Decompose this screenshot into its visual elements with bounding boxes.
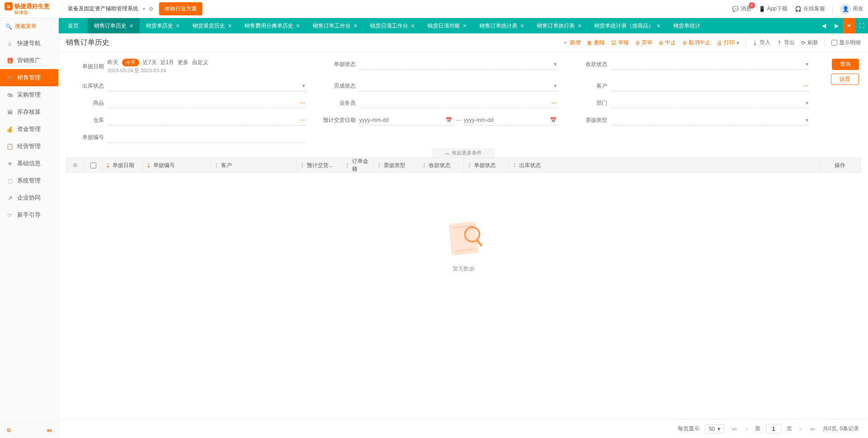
sidebar-item-inventory[interactable]: 🏛库存核算 xyxy=(0,103,58,121)
close-icon[interactable]: ✕ xyxy=(463,23,467,29)
close-icon[interactable]: ✕ xyxy=(129,23,133,29)
tab-sales-order-exec[interactable]: 销售订单执行表✕ xyxy=(530,18,588,33)
select-all[interactable] xyxy=(84,158,103,172)
tab-sales-cost-history[interactable]: 销售费用分摊单历史✕ xyxy=(238,18,306,33)
close-icon[interactable]: ✕ xyxy=(228,23,232,29)
tabs-close-all[interactable]: ✕ xyxy=(843,18,855,33)
export-button[interactable]: ⭱导出 xyxy=(777,39,795,47)
close-icon[interactable]: ✕ xyxy=(577,23,582,29)
col-customer[interactable]: ▲▼客户 xyxy=(211,158,297,172)
est-date-to-input[interactable] xyxy=(464,117,558,123)
import-button[interactable]: ⭳导入 xyxy=(752,39,770,47)
tabs-scroll-right[interactable]: ▶ xyxy=(830,18,843,33)
col-amount[interactable]: ▲▼订单金额 xyxy=(342,158,374,172)
user-menu[interactable]: 👤 用友 xyxy=(840,4,863,14)
sidebar-item-purchase[interactable]: 🛍采购管理 xyxy=(0,86,58,103)
tab-daily-clear-recon[interactable]: 钱货日清对账✕ xyxy=(421,18,473,33)
receipt-status-select[interactable]: ▾ xyxy=(611,59,809,70)
settings-icon[interactable]: ⚙ xyxy=(6,427,11,433)
app-download-button[interactable]: 📱 App下载 xyxy=(759,5,788,13)
shortcut-1m[interactable]: 近1月 xyxy=(160,59,174,66)
sidebar-item-funds[interactable]: 💰资金管理 xyxy=(0,121,58,138)
query-button[interactable]: 查询 xyxy=(832,59,859,70)
select-all-checkbox[interactable] xyxy=(90,163,96,168)
industry-button[interactable]: 体验行业方案 xyxy=(159,2,202,15)
prev-page-button[interactable]: ‹ xyxy=(744,426,750,432)
doc-code-input[interactable] xyxy=(108,134,306,140)
delete-button[interactable]: 🗑删除 xyxy=(587,39,605,47)
gear-icon[interactable]: ⚙ xyxy=(149,6,154,12)
collapse-filters-button[interactable]: ︽ 收起更多条件 xyxy=(432,148,495,158)
show-detail-checkbox[interactable] xyxy=(831,40,837,46)
est-date-from-input[interactable] xyxy=(359,117,453,123)
shortcut-more[interactable]: 更多 xyxy=(178,59,188,66)
close-icon[interactable]: ✕ xyxy=(411,23,415,29)
tab-sales-order-stats[interactable]: 销售订单统计表✕ xyxy=(473,18,530,33)
sidebar-item-collab[interactable]: ↗企业协同 xyxy=(0,189,58,206)
doc-status-select[interactable]: ▾ xyxy=(359,59,558,70)
close-icon[interactable]: ✕ xyxy=(657,23,661,29)
close-icon[interactable]: ✕ xyxy=(296,23,300,29)
sidebar-item-ops[interactable]: 📋经营管理 xyxy=(0,138,58,155)
add-button[interactable]: ＋新增 xyxy=(563,39,581,47)
doc-code-input-wrap[interactable] xyxy=(108,132,306,143)
collapse-sidebar-icon[interactable]: ⏮ xyxy=(47,427,52,433)
close-icon[interactable]: ✕ xyxy=(353,23,357,29)
col-ticket-type[interactable]: ▲▼票据类型 xyxy=(374,158,419,172)
shortcut-today[interactable]: 今天 xyxy=(122,59,139,66)
col-out-status[interactable]: ▲▼出库状态 xyxy=(509,158,820,172)
next-page-button[interactable]: › xyxy=(798,426,803,432)
unsuspend-button[interactable]: ⊘取消中止 xyxy=(682,39,710,47)
est-date-from[interactable]: 📅 xyxy=(359,115,453,126)
per-page-select[interactable]: 50▾ xyxy=(705,424,724,433)
suspend-button[interactable]: ⊘中止 xyxy=(659,39,676,47)
abandon-button[interactable]: ⊘弃审 xyxy=(635,39,652,47)
col-receipt-status[interactable]: ▲▼收款状态 xyxy=(419,158,464,172)
dept-select[interactable]: ▾ xyxy=(611,98,809,108)
shortcut-7d[interactable]: 近7天 xyxy=(143,59,157,66)
col-date[interactable]: ▲▼单据日期 xyxy=(103,158,143,172)
goods-picker[interactable]: ⋯ xyxy=(108,98,306,108)
shortcut-yesterday[interactable]: 昨天 xyxy=(108,59,118,66)
est-date-to[interactable]: 📅 xyxy=(464,115,558,126)
sidebar-item-system[interactable]: ◌系统管理 xyxy=(0,172,58,189)
tab-sales-order-history[interactable]: 销售订单历史✕ xyxy=(88,18,140,33)
page-input[interactable] xyxy=(766,424,781,433)
settings-button[interactable]: 设置 xyxy=(831,74,859,85)
support-button[interactable]: 🎧 在线客服 xyxy=(795,5,825,13)
tab-sales-return-history[interactable]: 销货退货历史✕ xyxy=(186,18,238,33)
out-status-select[interactable]: ▾ xyxy=(108,80,306,91)
finish-status-select[interactable]: ▾ xyxy=(359,80,558,91)
salesman-picker[interactable]: ⋯ xyxy=(359,98,558,108)
sidebar-item-quicknav[interactable]: ⌂快捷导航 xyxy=(0,35,58,52)
tab-sales-invoice-history[interactable]: 销货单历史✕ xyxy=(140,18,186,33)
system-selector[interactable]: 装备及固定资产辅助管理系统 ▾ xyxy=(68,5,145,13)
tab-daily-clear-workbench[interactable]: 钱货日清工作台✕ xyxy=(364,18,421,33)
sidebar-item-marketing[interactable]: 🎁营销推广 xyxy=(0,52,58,69)
sidebar-search[interactable]: 🔍 搜索菜单 xyxy=(0,18,58,35)
ticket-type-select[interactable]: ▾ xyxy=(611,115,809,126)
tab-sales-invoice-stats-goods[interactable]: 销货单统计表（按商品）✕ xyxy=(588,18,667,33)
warehouse-picker[interactable]: ⋯ xyxy=(108,115,306,126)
first-page-button[interactable]: ⏮ xyxy=(730,426,739,432)
close-icon[interactable]: ✕ xyxy=(520,23,524,29)
tab-home[interactable]: 首页 xyxy=(59,18,88,33)
print-button[interactable]: 🖨打印▾ xyxy=(717,39,739,47)
show-detail-toggle[interactable]: 显示明细 xyxy=(831,39,861,47)
shortcut-custom[interactable]: 自定义 xyxy=(192,59,208,66)
tab-sales-invoice-stats-overflow[interactable]: 销货单统计 xyxy=(667,18,707,33)
col-code[interactable]: ▲▼单据编号 xyxy=(143,158,211,172)
close-icon[interactable]: ✕ xyxy=(176,23,180,29)
last-page-button[interactable]: ⏭ xyxy=(808,426,817,432)
customer-picker[interactable]: ⋯ xyxy=(611,80,809,91)
refresh-button[interactable]: ⟳刷新 xyxy=(801,39,818,47)
column-settings[interactable]: ⚙ xyxy=(66,158,84,172)
sidebar-item-guide[interactable]: ☞新手引导 xyxy=(0,206,58,224)
tabs-scroll-left[interactable]: ◀ xyxy=(817,18,830,33)
col-est-date[interactable]: ▲▼预计交货... xyxy=(297,158,342,172)
tab-sales-order-workbench[interactable]: 销售订单工作台✕ xyxy=(306,18,364,33)
sidebar-item-sales[interactable]: 🛒销售管理 xyxy=(0,69,58,86)
fullscreen-icon[interactable]: ⛶ xyxy=(855,18,868,33)
messages-button[interactable]: 💬 消息 6 xyxy=(732,5,751,13)
sidebar-item-basic[interactable]: ≡基础信息 xyxy=(0,155,58,172)
